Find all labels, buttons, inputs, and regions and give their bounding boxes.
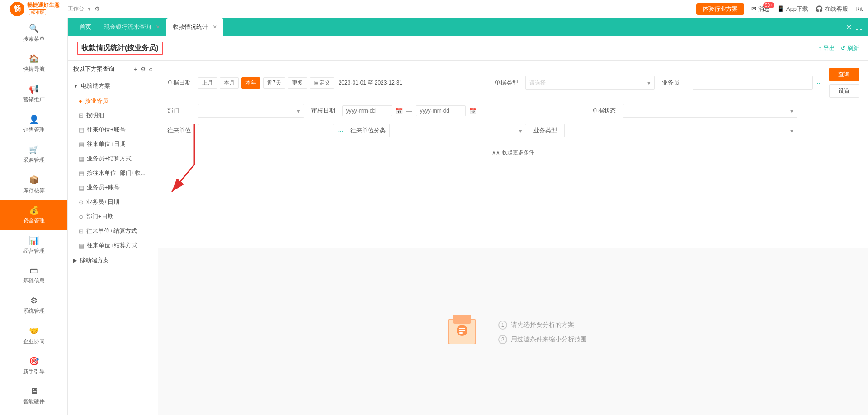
tab-bank-flow-close[interactable]: ✕ [156, 24, 160, 30]
guide-icon: 🎯 [29, 356, 39, 366]
scheme-item-partner-settlement2[interactable]: ▤ 往来单位+结算方式 [68, 238, 158, 253]
scheme-item-by-salesperson[interactable]: ● 按业务员 [68, 94, 158, 108]
scheme-section-pc-header[interactable]: ▼ 电脑端方案 [68, 78, 158, 94]
online-service-btn[interactable]: 🎧 在线客服 [816, 5, 848, 13]
collapse-bar[interactable]: ∧∧ 收起更多条件 [167, 144, 859, 161]
scheme-item-partner-settlement1[interactable]: ⊞ 往来单位+结算方式 [68, 224, 158, 238]
filter-area: 单据日期 上月 本月 本年 近7天 更多 自定义 2023-01-01 [158, 61, 868, 415]
sidebar-item-wechat[interactable]: 💬 企业微信 [0, 411, 67, 415]
biz-type-select[interactable]: ▾ [564, 124, 797, 137]
date-btn-last-month[interactable]: 上月 [198, 77, 217, 89]
date-btn-custom[interactable]: 自定义 [310, 77, 334, 89]
calendar-icon-from[interactable]: 📅 [396, 108, 403, 114]
top-bar: 畅 畅捷通好生意 标准版 工作台 ▾ ⚙ 体验行业方案 ✉ 消息 99+ 📱 A… [0, 0, 868, 18]
filter-row-1: 单据日期 上月 本月 本年 近7天 更多 自定义 2023-01-01 [167, 68, 859, 98]
sidebar-item-inventory[interactable]: 📦 库存核算 [0, 170, 67, 200]
scheme-section-mobile-header[interactable]: ▶ 移动端方案 [68, 253, 158, 268]
tab-close-all-icon[interactable]: ✕ [846, 23, 852, 32]
scheme-setting-btn[interactable]: ⚙ [140, 66, 146, 73]
sidebar-label-basic-info: 基础信息 [23, 277, 45, 285]
export-btn[interactable]: ↑ 导出 [819, 44, 835, 52]
filter-row-2: 部门 ▾ 审核日期 📅 — [167, 104, 859, 118]
doc-status-chevron-icon: ▾ [790, 108, 793, 114]
partner-more-btn[interactable]: ··· [338, 127, 343, 134]
sidebar-item-system[interactable]: ⚙ 系统管理 [0, 290, 67, 321]
filter-partner-category-item: 往来单位分类 ▾ [350, 124, 526, 137]
funds-icon: 💰 [29, 205, 39, 215]
salesperson-more-btn[interactable]: ··· [816, 79, 822, 86]
date-btn-this-month[interactable]: 本月 [220, 77, 239, 89]
query-btn[interactable]: 查询 [829, 68, 859, 81]
filter-dept-item: 部门 ▾ [167, 104, 304, 118]
notification-area[interactable]: ✉ 消息 99+ [751, 5, 770, 13]
calendar-icon-to[interactable]: 📅 [469, 108, 476, 114]
sidebar-item-smart-hw[interactable]: 🖥 智能硬件 [0, 381, 67, 411]
setting-btn[interactable]: 设置 [829, 84, 859, 98]
sidebar-item-funds[interactable]: 💰 资金管理 [0, 200, 67, 230]
date-btn-more[interactable]: 更多 [288, 77, 307, 89]
salesperson-label: 业务员 [662, 79, 689, 87]
scheme-item-by-detail[interactable]: ⊞ 按明细 [68, 108, 158, 123]
tab-receipt-stats-close[interactable]: ✕ [212, 24, 217, 30]
scheme-item-salesperson-date[interactable]: ⊙ 业务员+日期 [68, 195, 158, 209]
scheme-item-partner-date[interactable]: ▤ 往来单位+日期 [68, 137, 158, 151]
salesperson-select[interactable] [693, 76, 813, 90]
partner-select[interactable] [198, 124, 334, 137]
sidebar-label-sales: 销售管理 [23, 126, 45, 134]
scheme-section-mobile: ▶ 移动端方案 [68, 253, 158, 268]
top-bar-left: 畅 畅捷通好生意 标准版 工作台 ▾ ⚙ [5, 0, 100, 20]
sidebar-label-inventory: 库存核算 [23, 187, 45, 194]
tab-fullscreen-icon[interactable]: ⛶ [855, 23, 863, 31]
user-avatar[interactable]: Rit [855, 5, 863, 12]
scheme-item-salesperson-account[interactable]: ▤ 业务员+账号 [68, 180, 158, 195]
review-date-from-input[interactable] [342, 105, 392, 116]
sidebar-item-guide[interactable]: 🎯 新手引导 [0, 351, 67, 381]
sidebar-item-enterprise[interactable]: 🤝 企业协同 [0, 321, 67, 351]
doc-status-select[interactable]: ▾ [623, 104, 797, 118]
scheme-collapse-btn[interactable]: « [149, 66, 152, 73]
scheme-header: 按以下方案查询 + ⚙ « [68, 61, 158, 78]
dept-select[interactable]: ▾ [198, 104, 304, 118]
sidebar-item-sales[interactable]: 👤 销售管理 [0, 109, 67, 139]
partner-category-select[interactable]: ▾ [389, 124, 526, 137]
date-label: 单据日期 [167, 79, 194, 87]
doc-type-select[interactable]: 请选择 ▾ [525, 76, 655, 90]
scheme-add-btn[interactable]: + [134, 66, 137, 73]
scheme-item-dept-date[interactable]: ⊙ 部门+日期 [68, 209, 158, 224]
date-btn-7days[interactable]: 近7天 [263, 77, 285, 89]
scheme-item-label-sa: 业务员+账号 [87, 184, 120, 192]
date-btn-this-year[interactable]: 本年 [241, 77, 260, 89]
scheme-item-partner-account[interactable]: ▤ 往来单位+账号 [68, 123, 158, 137]
sidebar-item-marketing[interactable]: 📢 营销推广 [0, 79, 67, 109]
refresh-icon: ↺ [840, 45, 845, 52]
page-header-actions: ↑ 导出 ↺ 刷新 [819, 44, 859, 52]
dept-chevron-icon: ▾ [297, 108, 300, 114]
scheme-section-mobile-label: 移动端方案 [80, 256, 109, 264]
dropdown-arrow-icon[interactable]: ▾ [88, 5, 91, 12]
top-bar-right: 体验行业方案 ✉ 消息 99+ 📱 App下载 🎧 在线客服 Rit [696, 3, 863, 15]
export-icon: ↑ [819, 45, 822, 52]
empty-illustration [439, 306, 485, 359]
partner-cat-chevron-icon: ▾ [519, 127, 522, 134]
scheme-item-partner-dept-collect[interactable]: ▤ 按往来单位+部门+收... [68, 166, 158, 180]
sidebar-item-search-menu[interactable]: 🔍 搜索菜单 [0, 18, 67, 48]
page-title: 收款情况统计(按业务员) [77, 42, 163, 55]
filter-date-item: 单据日期 上月 本月 本年 近7天 更多 自定义 2023-01-01 [167, 77, 487, 89]
sidebar-label-system: 系统管理 [23, 307, 45, 315]
scheme-item-label-detail: 按明细 [86, 111, 104, 119]
sidebar-item-purchase[interactable]: 🛒 采购管理 [0, 139, 67, 170]
tab-home[interactable]: 首页 [73, 18, 98, 36]
scheme-item-salesperson-settlement[interactable]: ▦ 业务员+结算方式 [68, 151, 158, 166]
sidebar-item-operations[interactable]: 📊 经营管理 [0, 230, 67, 260]
trial-btn[interactable]: 体验行业方案 [696, 3, 744, 15]
scheme-item-icon-pd: ▤ [79, 141, 84, 148]
sidebar-item-basic-info[interactable]: 🗃 基础信息 [0, 260, 67, 290]
tab-bank-flow[interactable]: 现金银行流水查询 ✕ [98, 18, 166, 36]
refresh-btn[interactable]: ↺ 刷新 [840, 44, 859, 52]
gear-icon[interactable]: ⚙ [94, 5, 100, 12]
app-download-btn[interactable]: 📱 App下载 [777, 5, 808, 13]
sidebar-item-quick-nav[interactable]: 🏠 快捷导航 [0, 48, 67, 79]
tab-receipt-stats[interactable]: 收款情况统计 ✕ [166, 18, 223, 36]
main-layout: 🔍 搜索菜单 🏠 快捷导航 📢 营销推广 👤 销售管理 🛒 采购管理 📦 库存核… [0, 18, 868, 415]
review-date-to-input[interactable] [416, 105, 466, 116]
